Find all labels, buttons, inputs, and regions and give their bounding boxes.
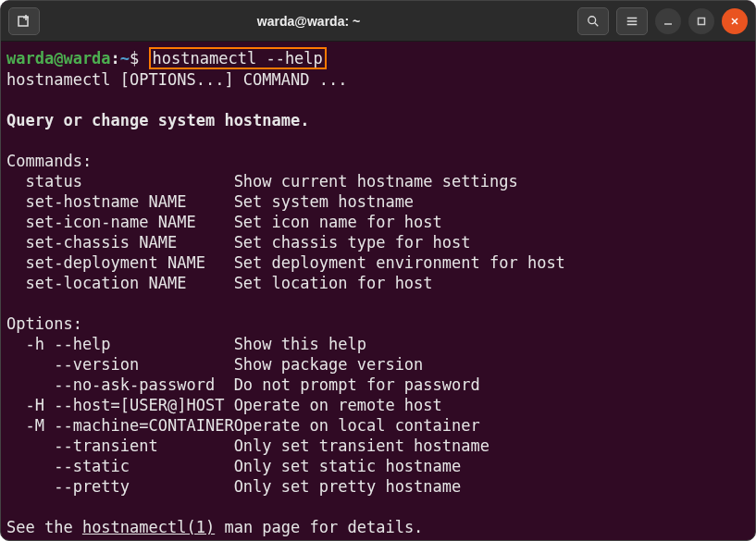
footer-pre: See the xyxy=(6,518,82,536)
commands-block: status Show current hostname settings se… xyxy=(6,172,565,292)
maximize-button[interactable] xyxy=(688,8,714,34)
commands-header: Commands: xyxy=(6,152,92,170)
footer-post: man page for details. xyxy=(215,518,423,536)
search-button[interactable] xyxy=(577,7,609,35)
svg-point-3 xyxy=(589,16,596,23)
prompt-userhost: warda@warda xyxy=(6,49,111,68)
new-tab-button[interactable] xyxy=(8,7,40,35)
svg-rect-9 xyxy=(699,18,705,24)
description: Query or change system hostname. xyxy=(6,111,310,129)
terminal-body[interactable]: warda@warda:~$ hostnamectl --help hostna… xyxy=(1,42,755,540)
options-header: Options: xyxy=(6,314,82,333)
usage-line: hostnamectl [OPTIONS...] COMMAND ... xyxy=(6,70,347,89)
options-block: -h --help Show this help --version Show … xyxy=(6,335,490,496)
prompt-path: ~ xyxy=(120,49,130,68)
menu-button[interactable] xyxy=(616,7,648,35)
terminal-window: warda@warda: ~ warda@warda:~$ hostnamect… xyxy=(0,0,756,541)
titlebar: warda@warda: ~ xyxy=(1,1,755,42)
footer-link: hostnamectl(1) xyxy=(82,518,215,536)
command-highlight: hostnamectl --help xyxy=(149,47,327,69)
prompt-colon: : xyxy=(111,49,120,68)
close-button[interactable] xyxy=(722,8,748,34)
window-title: warda@warda: ~ xyxy=(40,14,577,29)
minimize-button[interactable] xyxy=(655,8,681,34)
prompt-dollar: $ xyxy=(130,49,139,68)
svg-line-4 xyxy=(595,22,599,26)
